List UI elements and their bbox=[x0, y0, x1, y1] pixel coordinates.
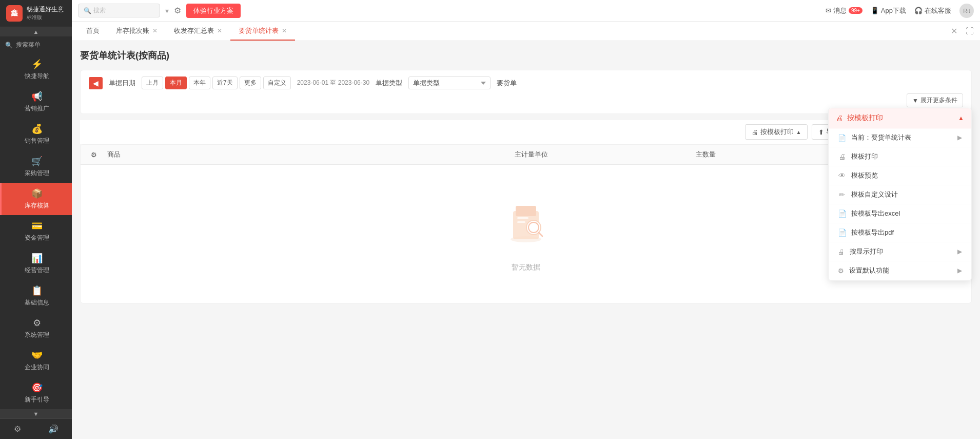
sidebar-item-label: 库存核算 bbox=[25, 201, 49, 210]
sidebar: 鑫 畅捷通好生意 标准版 ▲ 🔍 搜索菜单 ⚡ 快捷导航 📢 营销推广 💰 销售… bbox=[0, 0, 72, 439]
trial-button[interactable]: 体验行业方案 bbox=[186, 4, 241, 18]
sidebar-item-finance[interactable]: 💳 资金管理 bbox=[0, 215, 72, 247]
sidebar-item-label: 资金管理 bbox=[25, 234, 49, 242]
tab-inventory-batch[interactable]: 库存批次账 ✕ bbox=[108, 22, 166, 41]
sidebar-item-label: 系统管理 bbox=[25, 331, 49, 339]
content-area: 要货单统计表(按商品) ◀ 单据日期 上月 本月 本年 近7天 更多 自定义 2… bbox=[72, 41, 980, 439]
sidebar-scroll-up[interactable]: ▲ bbox=[0, 27, 72, 36]
sidebar-scroll-down[interactable]: ▼ bbox=[0, 409, 72, 418]
current-template-icon: 📄 bbox=[838, 134, 846, 142]
template-preview-icon: 👁 bbox=[838, 171, 846, 180]
display-print-item[interactable]: 🖨 按显示打印 ▶ bbox=[829, 242, 971, 261]
date-btn-more[interactable]: 更多 bbox=[240, 77, 261, 89]
date-buttons: 上月 本月 本年 近7天 更多 自定义 bbox=[142, 77, 291, 89]
date-btn-last-month[interactable]: 上月 bbox=[142, 77, 163, 89]
tab-label: 首页 bbox=[86, 26, 100, 35]
sidebar-item-sales[interactable]: 💰 销售管理 bbox=[0, 118, 72, 150]
sidebar-nav: ⚡ 快捷导航 📢 营销推广 💰 销售管理 🛒 采购管理 📦 库存核算 💳 资金管… bbox=[0, 53, 72, 409]
app-download-item[interactable]: 📱 App下载 bbox=[871, 6, 906, 15]
online-service-item[interactable]: 🎧 在线客服 bbox=[914, 6, 951, 15]
page-title: 要货单统计表(按商品) bbox=[80, 49, 972, 62]
volume-icon[interactable]: 🔊 bbox=[48, 424, 58, 434]
settings-bottom-icon[interactable]: ⚙ bbox=[14, 424, 21, 434]
tab-label: 库存批次账 bbox=[116, 26, 149, 35]
svg-rect-2 bbox=[516, 206, 536, 216]
tab-collection-summary[interactable]: 收发存汇总表 ✕ bbox=[166, 22, 230, 41]
template-pdf-item[interactable]: 📄 按模板导出pdf bbox=[829, 223, 971, 242]
sidebar-item-marketing[interactable]: 📢 营销推广 bbox=[0, 86, 72, 118]
sidebar-search-label: 搜索菜单 bbox=[16, 41, 41, 49]
sidebar-item-operations[interactable]: 📊 经营管理 bbox=[0, 247, 72, 280]
default-func-arrow: ▶ bbox=[957, 267, 962, 274]
messages-item[interactable]: ✉ 消息 99+ bbox=[826, 6, 863, 15]
filter-row-main: ◀ 单据日期 上月 本月 本年 近7天 更多 自定义 2023-06-01 至 … bbox=[89, 77, 963, 89]
template-print-item[interactable]: 🖨 模板打印 bbox=[829, 147, 971, 166]
template-design-item[interactable]: ✏ 模板自定义设计 bbox=[829, 185, 971, 204]
search-topbar-icon: 🔍 bbox=[84, 7, 91, 14]
sidebar-item-quicknav[interactable]: ⚡ 快捷导航 bbox=[0, 53, 72, 86]
goods-label: 要货单 bbox=[497, 79, 517, 88]
tab-home[interactable]: 首页 bbox=[78, 22, 108, 41]
sidebar-item-guide[interactable]: 🎯 新手引导 bbox=[0, 377, 72, 409]
topbar-search[interactable]: 🔍 搜索 bbox=[78, 4, 160, 17]
sidebar-item-inventory[interactable]: 📦 库存核算 bbox=[0, 183, 72, 215]
date-btn-this-month[interactable]: 本月 bbox=[165, 77, 187, 89]
expand-conditions-btn[interactable]: ▼ 展开更多条件 bbox=[907, 93, 963, 107]
print-btn[interactable]: 🖨 按模板打印 ▲ bbox=[745, 124, 808, 140]
sidebar-item-label: 新手引导 bbox=[25, 395, 49, 404]
topbar: 🔍 搜索 ▾ ⚙ 体验行业方案 ✉ 消息 99+ 📱 App下载 🎧 在线客服 … bbox=[72, 0, 980, 22]
template-pdf-label: 按模板导出pdf bbox=[851, 228, 894, 237]
dropdown-title: 按模板打印 bbox=[847, 113, 883, 123]
dropdown-header-left: 🖨 按模板打印 bbox=[836, 113, 883, 123]
tab-close-order-stats[interactable]: ✕ bbox=[282, 27, 287, 34]
print-dropdown-panel: 🖨 按模板打印 ▲ 📄 当前：要货单统计表 ▶ 🖨 模板打印 👁 bbox=[828, 108, 972, 281]
avatar: Rit bbox=[959, 4, 974, 18]
purchase-icon: 🛒 bbox=[31, 156, 43, 167]
system-icon: ⚙ bbox=[33, 317, 41, 329]
tab-close-collection-summary[interactable]: ✕ bbox=[217, 27, 222, 34]
sidebar-item-system[interactable]: ⚙ 系统管理 bbox=[0, 312, 72, 345]
sidebar-search[interactable]: 🔍 搜索菜单 bbox=[0, 36, 72, 53]
sidebar-logo: 鑫 畅捷通好生意 标准版 bbox=[0, 0, 72, 27]
tab-label: 收发存汇总表 bbox=[174, 26, 214, 35]
current-template-item[interactable]: 📄 当前：要货单统计表 ▶ bbox=[829, 128, 971, 147]
topbar-right: ✉ 消息 99+ 📱 App下载 🎧 在线客服 Rit bbox=[826, 4, 974, 18]
template-design-label: 模板自定义设计 bbox=[851, 190, 898, 199]
svg-rect-7 bbox=[517, 221, 525, 223]
window-maximize-icon[interactable]: ⛶ bbox=[966, 27, 974, 36]
th-product: 商品 bbox=[103, 145, 444, 164]
display-print-icon: 🖨 bbox=[838, 248, 845, 256]
date-btn-custom[interactable]: 自定义 bbox=[263, 77, 291, 89]
topbar-settings-icon[interactable]: ⚙ bbox=[174, 6, 181, 15]
default-func-item[interactable]: ⚙ 设置默认功能 ▶ bbox=[829, 261, 971, 280]
date-btn-this-year[interactable]: 本年 bbox=[189, 77, 210, 89]
tab-label: 要货单统计表 bbox=[239, 26, 279, 35]
headset-icon: 🎧 bbox=[914, 7, 923, 14]
sidebar-item-purchase[interactable]: 🛒 采购管理 bbox=[0, 150, 72, 183]
logo-icon: 鑫 bbox=[6, 5, 23, 22]
topbar-dropdown-icon[interactable]: ▾ bbox=[165, 7, 169, 15]
sales-icon: 💰 bbox=[31, 123, 43, 135]
svg-line-5 bbox=[539, 233, 542, 236]
template-preview-item[interactable]: 👁 模板预览 bbox=[829, 166, 971, 185]
tab-order-stats[interactable]: 要货单统计表 ✕ bbox=[230, 22, 295, 41]
logo-tag: 标准版 bbox=[27, 14, 64, 21]
doc-type-label: 单据类型 bbox=[376, 79, 402, 88]
message-icon: ✉ bbox=[826, 7, 831, 14]
finance-icon: 💳 bbox=[31, 220, 43, 232]
sidebar-item-label: 销售管理 bbox=[25, 137, 49, 145]
display-print-label: 按显示打印 bbox=[850, 247, 883, 256]
sidebar-item-basic[interactable]: 📋 基础信息 bbox=[0, 280, 72, 312]
tab-close-inventory-batch[interactable]: ✕ bbox=[152, 27, 158, 34]
sidebar-item-cooperation[interactable]: 🤝 企业协同 bbox=[0, 345, 72, 377]
doc-type-select[interactable]: 单据类型 bbox=[408, 77, 491, 89]
user-avatar-item[interactable]: Rit bbox=[959, 4, 974, 18]
default-func-left: ⚙ 设置默认功能 bbox=[838, 266, 889, 275]
dropdown-header[interactable]: 🖨 按模板打印 ▲ bbox=[829, 108, 971, 128]
filter-collapse-btn[interactable]: ◀ bbox=[89, 77, 103, 89]
window-close-icon[interactable]: ✕ bbox=[951, 26, 957, 36]
th-settings[interactable]: ⚙ bbox=[85, 146, 103, 164]
sidebar-item-label: 经营管理 bbox=[25, 266, 49, 275]
template-excel-item[interactable]: 📄 按模板导出excel bbox=[829, 204, 971, 223]
date-btn-7days[interactable]: 近7天 bbox=[212, 77, 238, 89]
